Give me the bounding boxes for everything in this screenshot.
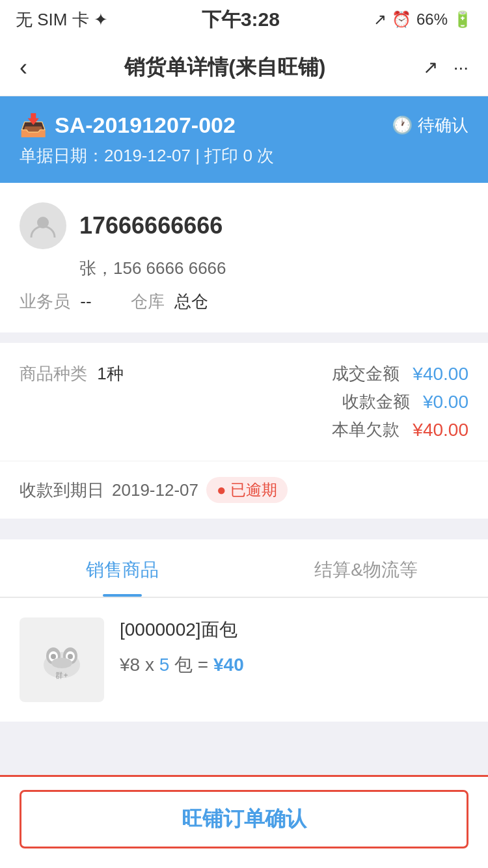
goods-type: 商品种类 1种 bbox=[20, 362, 124, 385]
quantity: 5 bbox=[159, 655, 170, 675]
equals-sign: = bbox=[198, 655, 213, 675]
status-right: ↗ ⏰ 66% 🔋 bbox=[373, 10, 472, 29]
sales-label: 业务员 bbox=[20, 292, 70, 311]
clock-icon: 🕐 bbox=[392, 115, 413, 135]
status-time: 下午3:28 bbox=[202, 7, 280, 33]
total-price: ¥40 bbox=[213, 655, 244, 675]
order-date: 单据日期：2019-12-07 | 打印 0 次 bbox=[20, 144, 468, 167]
sim-label: 无 SIM 卡 ✦ bbox=[16, 8, 108, 31]
divider-1 bbox=[0, 332, 488, 343]
avatar bbox=[20, 202, 66, 249]
share-icon[interactable]: ↗ bbox=[423, 57, 438, 78]
owed-value: ¥40.00 bbox=[413, 420, 468, 441]
location-icon: ↗ bbox=[373, 10, 386, 29]
unit: 包 bbox=[174, 655, 193, 675]
page-title: 销货单详情(来自旺铺) bbox=[124, 53, 325, 82]
status-left: 无 SIM 卡 ✦ bbox=[16, 8, 108, 31]
order-status: 🕐 待确认 bbox=[392, 114, 468, 137]
nav-bar: ‹ 销货单详情(来自旺铺) ↗ ··· bbox=[0, 39, 488, 96]
warehouse-label: 仓库 bbox=[131, 292, 165, 311]
due-label: 收款到期日 bbox=[20, 479, 104, 502]
svg-point-7 bbox=[68, 654, 73, 659]
order-header: 📥 SA-20191207-002 🕐 待确认 单据日期：2019-12-07 … bbox=[0, 96, 488, 183]
divider-2 bbox=[0, 519, 488, 529]
confirm-button[interactable]: 旺铺订单确认 bbox=[20, 790, 468, 848]
tab-section: 销售商品 结算&物流等 群+ [0000002]面包 ¥8 bbox=[0, 539, 488, 722]
overdue-icon: ● bbox=[217, 481, 226, 499]
tab-settlement[interactable]: 结算&物流等 bbox=[244, 539, 488, 597]
summary-section: 商品种类 1种 成交金额 ¥40.00 收款金额 ¥0.00 本单欠款 ¥40.… bbox=[0, 343, 488, 461]
customer-phone: 17666666666 bbox=[79, 212, 223, 239]
svg-text:群+: 群+ bbox=[55, 671, 68, 679]
due-section: 收款到期日 2019-12-07 ● 已逾期 bbox=[0, 461, 488, 519]
goods-type-label: 商品种类 bbox=[20, 364, 87, 383]
product-price: ¥8 x 5 包 = ¥40 bbox=[120, 653, 468, 677]
battery-icon: 🔋 bbox=[453, 10, 472, 29]
multiply-sign: x bbox=[145, 655, 159, 675]
status-bar: 无 SIM 卡 ✦ 下午3:28 ↗ ⏰ 66% 🔋 bbox=[0, 0, 488, 39]
amounts: 成交金额 ¥40.00 收款金额 ¥0.00 本单欠款 ¥40.00 bbox=[332, 362, 468, 441]
received-label: 收款金额 bbox=[342, 390, 410, 413]
tab-sales-goods[interactable]: 销售商品 bbox=[0, 539, 244, 597]
warehouse-value: 总仓 bbox=[174, 292, 208, 311]
due-date: 2019-12-07 bbox=[112, 480, 198, 500]
overdue-text: 已逾期 bbox=[230, 480, 277, 500]
product-name: [0000002]面包 bbox=[120, 617, 468, 642]
product-image: 群+ bbox=[20, 617, 104, 702]
amount-label: 成交金额 bbox=[332, 362, 400, 385]
overdue-badge: ● 已逾期 bbox=[206, 477, 288, 503]
confirm-button-wrap: 旺铺订单确认 bbox=[0, 775, 488, 868]
order-id: 📥 SA-20191207-002 bbox=[20, 112, 236, 138]
received-value: ¥0.00 bbox=[423, 392, 468, 413]
alarm-icon: ⏰ bbox=[392, 10, 411, 29]
product-info: [0000002]面包 ¥8 x 5 包 = ¥40 bbox=[120, 617, 468, 677]
customer-meta: 业务员 -- 仓库 总仓 bbox=[20, 290, 468, 313]
owed-label: 本单欠款 bbox=[332, 418, 400, 441]
battery-label: 66% bbox=[416, 10, 448, 29]
order-icon: 📥 bbox=[20, 112, 47, 138]
svg-point-6 bbox=[51, 654, 56, 659]
tabs: 销售商品 结算&物流等 bbox=[0, 539, 488, 598]
product-item: 群+ [0000002]面包 ¥8 x 5 包 = ¥40 bbox=[0, 598, 488, 722]
svg-point-8 bbox=[51, 658, 72, 668]
more-icon[interactable]: ··· bbox=[454, 57, 468, 78]
unit-price: ¥8 bbox=[120, 655, 140, 675]
nav-actions: ↗ ··· bbox=[423, 57, 468, 78]
customer-name: 张，156 6666 6666 bbox=[20, 257, 468, 280]
sales-value: -- bbox=[80, 292, 91, 311]
customer-section: 17666666666 张，156 6666 6666 业务员 -- 仓库 总仓 bbox=[0, 183, 488, 332]
amount-value: ¥40.00 bbox=[413, 364, 468, 385]
goods-type-value: 1种 bbox=[97, 364, 123, 383]
back-button[interactable]: ‹ bbox=[20, 54, 27, 81]
